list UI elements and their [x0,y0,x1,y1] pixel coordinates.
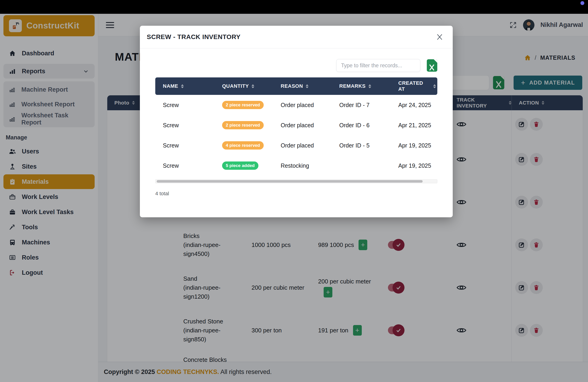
column-created-at[interactable]: CREATED AT [391,80,436,92]
modal-header: SCREW - TRACK INVENTORY [140,26,453,48]
reason: Order placed [273,142,332,149]
inventory-table: NAME QUANTITY REASON REMARKS CREATED AT … [155,77,437,197]
inventory-row: Screw 2 piece reserved Order placed Orde… [155,115,437,135]
sort-icon [181,84,184,88]
close-icon[interactable] [436,33,443,41]
modal-toolbar [155,59,437,72]
track-inventory-modal: SCREW - TRACK INVENTORY NAME QUANTITY RE… [140,26,453,217]
column-quantity[interactable]: QUANTITY [214,83,273,89]
remarks: Order ID - 6 [332,122,391,129]
reason: Order placed [273,102,332,108]
inventory-row: Screw 2 piece reserved Order placed Orde… [155,95,437,115]
screen: ConstructKit Dashboard Reports [0,0,588,382]
horizontal-scrollbar [155,179,437,183]
export-excel-icon[interactable] [427,59,437,72]
remarks: Order ID - 5 [332,142,391,149]
created-at: Apr 19, 2025 [391,142,436,149]
total-count: 4 total [155,191,437,197]
recording-dot-icon [580,1,584,5]
sort-icon [368,84,371,88]
modal-title: SCREW - TRACK INVENTORY [147,33,240,41]
column-remarks[interactable]: REMARKS [332,83,391,89]
quantity-badge: 2 piece reserved [222,121,264,129]
column-reason[interactable]: REASON [273,83,332,89]
quantity-badge: 4 piece reserved [222,141,264,149]
reason: Restocking [273,162,332,169]
inventory-row: Screw 4 piece reserved Order placed Orde… [155,135,437,155]
created-at: Apr 19, 2025 [391,162,436,169]
quantity-badge: 5 piece added [222,162,258,170]
created-at: Apr 21, 2025 [391,122,436,129]
item-name: Screw [155,162,214,169]
quantity-badge: 2 piece reserved [222,101,264,109]
filter-records-input[interactable] [336,59,420,72]
item-name: Screw [155,122,214,129]
column-name[interactable]: NAME [155,83,214,89]
sort-icon [252,84,254,88]
top-black-bar [0,0,588,14]
reason: Order placed [273,122,332,129]
item-name: Screw [155,102,214,108]
inventory-table-header: NAME QUANTITY REASON REMARKS CREATED AT [155,77,437,95]
sort-icon [306,84,309,88]
sort-icon [433,84,436,88]
created-at: Apr 24, 2025 [391,102,436,108]
remarks: Order ID - 7 [332,102,391,108]
modal-body: NAME QUANTITY REASON REMARKS CREATED AT … [140,59,453,197]
scrollbar-thumb[interactable] [157,180,423,183]
inventory-row: Screw 5 piece added Restocking Apr 19, 2… [155,155,437,176]
item-name: Screw [155,142,214,149]
